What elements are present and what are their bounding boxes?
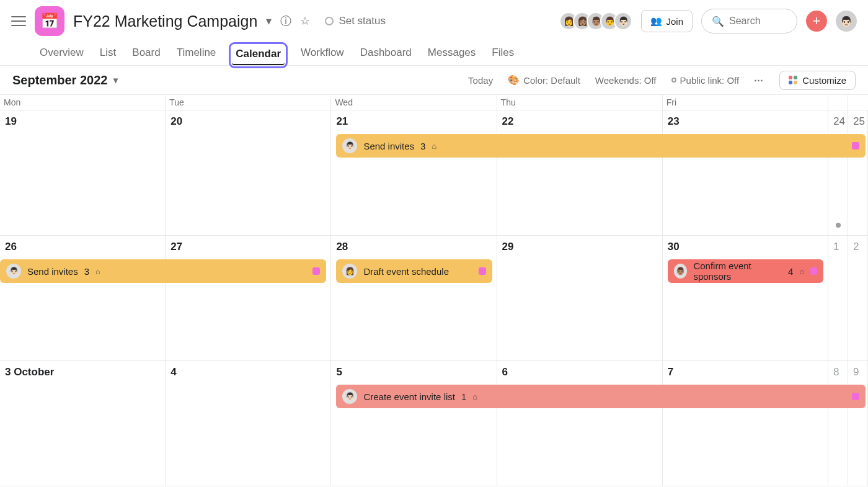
team-avatars[interactable]: 👩👩🏽👨🏽👨👨🏻: [559, 12, 632, 30]
dow-header: Thu: [497, 95, 663, 110]
day-number: 24: [833, 115, 843, 128]
event-project-tag: [312, 267, 320, 275]
tab-dashboard[interactable]: Dashboard: [360, 47, 412, 65]
day-number: 5: [336, 366, 491, 378]
palette-icon: 🎨: [508, 74, 520, 86]
dow-header: [828, 95, 848, 110]
day-cell[interactable]: 23: [663, 110, 828, 235]
project-title: FY22 Marketing Campaign: [73, 12, 257, 30]
indicator-dot: [836, 223, 841, 228]
color-menu[interactable]: 🎨 Color: Default: [508, 74, 580, 86]
grid-icon: [789, 76, 797, 84]
event-title: Draft event schedule: [363, 266, 449, 277]
day-number: 29: [502, 241, 657, 253]
day-number: 8: [833, 366, 843, 378]
day-number: 19: [5, 115, 160, 128]
tab-timeline[interactable]: Timeline: [177, 47, 216, 65]
day-cell[interactable]: 29: [497, 236, 663, 360]
day-number: 20: [170, 115, 326, 128]
subtask-icon: ⌂: [95, 267, 100, 276]
day-number: 21: [336, 115, 491, 128]
project-icon: 📅: [35, 6, 64, 36]
day-cell[interactable]: 7: [663, 361, 828, 486]
join-label: Join: [666, 16, 683, 27]
day-cell[interactable]: 2: [848, 236, 868, 360]
tab-workflow[interactable]: Workflow: [301, 47, 344, 65]
star-icon[interactable]: ☆: [300, 14, 310, 28]
chevron-down-icon[interactable]: ▾: [266, 14, 272, 28]
team-avatar[interactable]: 👨🏻: [614, 12, 632, 30]
day-cell[interactable]: 4: [166, 361, 331, 486]
color-label: Color: Default: [523, 75, 580, 86]
day-cell[interactable]: 9: [848, 361, 868, 486]
assignee-avatar: 👨🏻: [342, 389, 357, 404]
tab-list[interactable]: List: [100, 47, 116, 65]
today-button[interactable]: Today: [468, 75, 493, 86]
assignee-avatar: 👨🏻: [6, 264, 21, 279]
day-number: 9: [853, 366, 862, 378]
day-cell[interactable]: 8: [828, 361, 848, 486]
day-number: 2: [853, 241, 862, 253]
tab-files[interactable]: Files: [492, 47, 514, 65]
day-cell[interactable]: 24: [828, 110, 848, 235]
calendar-event[interactable]: 👨🏻Create event invite list1⌂: [336, 385, 866, 408]
day-cell[interactable]: 26: [0, 236, 166, 360]
day-cell[interactable]: 5: [331, 361, 497, 486]
day-number: 23: [668, 115, 823, 128]
tab-calendar[interactable]: Calendar: [232, 45, 285, 65]
calendar-event[interactable]: 👨🏻Send invites3⌂: [336, 134, 866, 158]
tab-overview[interactable]: Overview: [40, 47, 84, 65]
calendar-event[interactable]: 👨🏻Send invites3⌂: [0, 259, 326, 283]
dow-header: Fri: [663, 95, 828, 110]
dow-header: [848, 95, 868, 110]
more-menu[interactable]: ⋯: [754, 74, 764, 86]
day-number: 26: [5, 241, 160, 253]
public-link-label: Public link: Off: [680, 75, 740, 86]
day-cell[interactable]: 20: [166, 110, 331, 235]
event-project-tag: [810, 267, 817, 275]
day-cell[interactable]: 6: [497, 361, 663, 486]
people-icon: 👥: [650, 16, 662, 27]
calendar-event[interactable]: 👨🏽Confirm event sponsors4⌂: [668, 259, 823, 283]
public-link-toggle[interactable]: Public link: Off: [671, 75, 740, 86]
add-button[interactable]: +: [806, 11, 827, 32]
day-number: 25: [853, 115, 862, 128]
set-status-button[interactable]: Set status: [325, 15, 386, 27]
event-title: Send invites: [363, 141, 414, 151]
weekends-toggle[interactable]: Weekends: Off: [595, 75, 657, 86]
subtask-icon: ⌂: [432, 141, 436, 151]
event-title: Send invites: [27, 266, 78, 277]
day-cell[interactable]: 3 October: [0, 361, 166, 486]
menu-toggle[interactable]: [11, 14, 26, 29]
join-button[interactable]: 👥 Join: [641, 10, 693, 32]
dow-header: Wed: [331, 95, 497, 110]
search-icon: 🔍: [712, 16, 724, 27]
event-project-tag: [852, 142, 859, 150]
day-number: 27: [170, 241, 326, 253]
search-input[interactable]: [729, 16, 787, 27]
day-cell[interactable]: 30: [663, 236, 828, 360]
day-cell[interactable]: 21: [331, 110, 497, 235]
day-number: 6: [502, 366, 657, 378]
event-project-tag: [852, 393, 859, 400]
day-cell[interactable]: 19: [0, 110, 166, 235]
assignee-avatar: 👩: [342, 264, 357, 279]
me-avatar[interactable]: 👨🏻: [836, 11, 857, 32]
calendar-event[interactable]: 👩Draft event schedule: [336, 259, 492, 283]
status-circle-icon: [325, 17, 334, 25]
day-cell[interactable]: 27: [166, 236, 331, 360]
day-cell[interactable]: 1: [828, 236, 848, 360]
customize-button[interactable]: Customize: [779, 71, 856, 90]
chevron-down-icon: ▾: [113, 75, 118, 85]
tab-messages[interactable]: Messages: [428, 47, 476, 65]
day-cell[interactable]: 28: [331, 236, 497, 360]
month-label: September 2022: [12, 73, 107, 87]
tab-board[interactable]: Board: [132, 47, 160, 65]
info-icon[interactable]: ⓘ: [280, 14, 291, 29]
day-cell[interactable]: 22: [497, 110, 663, 235]
search-box[interactable]: 🔍: [701, 9, 797, 34]
month-picker[interactable]: September 2022 ▾: [12, 73, 118, 87]
circle-icon: [671, 78, 676, 83]
day-cell[interactable]: 25: [848, 110, 868, 235]
day-number: 1: [833, 241, 843, 253]
